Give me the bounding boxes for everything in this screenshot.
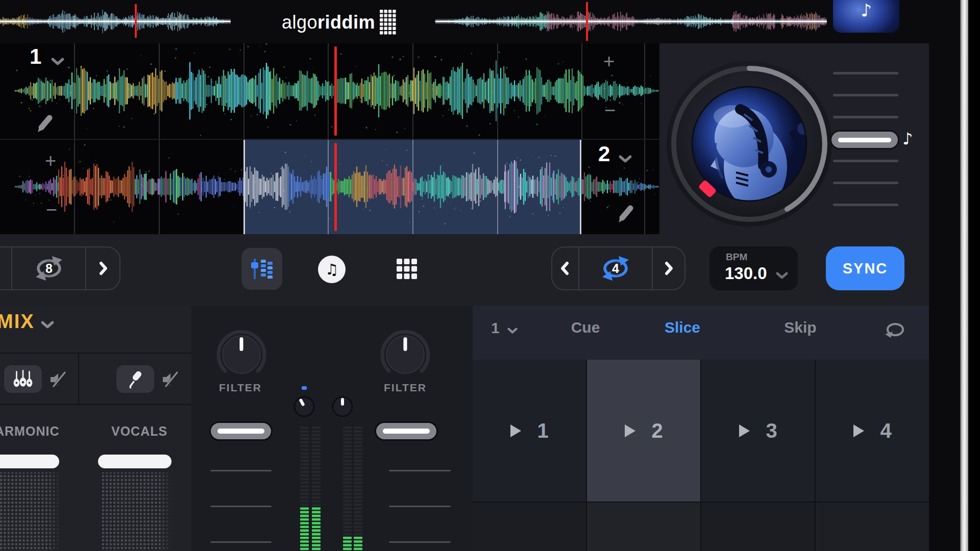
vocal-mute-icon[interactable] — [161, 371, 181, 388]
pads-panel: 1 Cue Slice Skip 1 2 3 — [473, 306, 929, 551]
tab-cue[interactable]: Cue — [552, 319, 619, 336]
deck1-loop-back-button[interactable] — [0, 247, 11, 289]
deck1-zoom-out-button[interactable]: − — [604, 101, 616, 120]
deck2-zoom-in-button[interactable]: + — [45, 151, 56, 170]
fader-tick — [389, 541, 451, 543]
deck1-loop-toggle-button[interactable]: 8 — [11, 247, 85, 289]
deck2-gain-knob[interactable] — [328, 392, 357, 421]
deck1-overview-waveform[interactable] — [0, 3, 245, 40]
chevron-right-icon — [663, 260, 675, 277]
play-icon — [739, 424, 750, 438]
instrumental-stem-fader[interactable] — [0, 455, 59, 468]
deck2-loop-toggle-button[interactable]: 4 — [578, 247, 652, 289]
screen-edge-dark — [929, 0, 960, 551]
deck2-chevron-down-icon[interactable] — [619, 155, 632, 163]
deck1-filter-label: FILTER — [200, 382, 281, 394]
deck2-loop-control: 4 — [551, 246, 685, 290]
slice-pad-2[interactable]: 2 — [587, 360, 700, 502]
pitch-fader-line — [838, 138, 891, 142]
pitch-fader-handle[interactable] — [830, 130, 899, 149]
jog-wheel[interactable] — [663, 57, 836, 231]
deck2-loop-back-button[interactable] — [552, 247, 578, 289]
grid-view-button[interactable] — [397, 259, 417, 279]
pad-bank-selector[interactable]: 1 — [491, 319, 500, 337]
bpm-control[interactable]: BPM 130.0 — [709, 246, 798, 290]
slice-pad-8[interactable] — [816, 503, 929, 551]
chevron-down-icon — [776, 272, 788, 279]
fader-tick — [389, 506, 451, 507]
vocal-stem-fader[interactable] — [98, 455, 172, 468]
bpm-label: BPM — [726, 252, 747, 263]
deck2-edit-grid-pencil-icon[interactable] — [616, 202, 636, 224]
slice-pad-5[interactable] — [473, 503, 586, 551]
pad-number: 3 — [766, 419, 777, 442]
neural-mix-chevron-down-icon[interactable] — [41, 321, 54, 329]
divider — [78, 354, 79, 404]
divider — [0, 404, 191, 405]
logo-text-light: algo — [282, 12, 317, 33]
tab-slice[interactable]: Slice — [649, 319, 716, 336]
slice-pad-7[interactable] — [701, 503, 815, 551]
deck2-waveform — [0, 140, 659, 234]
deck1-volume-fader[interactable] — [209, 421, 273, 441]
sync-button[interactable]: SYNC — [826, 246, 904, 290]
fader-line — [383, 429, 430, 434]
play-icon — [624, 424, 636, 438]
bpm-value: 130.0 — [725, 264, 767, 283]
slice-pad-6[interactable] — [587, 503, 700, 551]
fader-tick — [210, 470, 272, 471]
mixer-panel: FILTER FILTER — [191, 306, 473, 551]
deck1-zoom-in-button[interactable]: + — [603, 52, 615, 71]
deck1-gain-knob[interactable] — [290, 386, 318, 422]
deck2-filter-knob[interactable] — [375, 324, 436, 385]
algoriddim-grid-icon — [380, 10, 396, 35]
instrumental-mute-icon[interactable] — [49, 371, 68, 388]
pitch-tick — [833, 94, 898, 96]
neural-mix-panel: MIX — [0, 306, 191, 551]
chevron-right-icon — [97, 260, 109, 277]
instrumental-stem-button[interactable] — [4, 365, 42, 393]
deck2-zoom-out-button[interactable]: − — [46, 200, 57, 219]
screen-edge-highlight — [960, 0, 968, 551]
deck2-loop-forward-button[interactable] — [652, 247, 684, 289]
music-library-button[interactable]: ♫ — [318, 256, 346, 283]
slice-pad-3[interactable]: 3 — [701, 360, 815, 502]
tab-skip[interactable]: Skip — [767, 319, 834, 336]
djay-app-window: algoriddim ♪ 1 + − 2 + − — [0, 0, 980, 551]
music-note-icon: ♫ — [325, 261, 338, 278]
deck1-filter-knob[interactable] — [211, 324, 272, 385]
fader-line — [217, 429, 264, 434]
pad-grid: 1 2 3 4 — [473, 360, 929, 551]
deck1-waveform-view[interactable]: 1 + − — [0, 43, 659, 139]
stem-fader-track-texture — [0, 471, 191, 551]
deck2-overview-waveform[interactable] — [433, 1, 831, 42]
deck2-volume-fader[interactable] — [375, 421, 438, 441]
instrumental-stem-label: ARMONIC — [0, 424, 59, 439]
deck2-album-art-thumbnail[interactable]: ♪ — [833, 0, 899, 33]
vocal-stem-button[interactable] — [116, 365, 154, 393]
vu-meters — [296, 425, 370, 551]
deck1-loop-control: 8 — [0, 246, 120, 290]
deck1-loop-length: 8 — [12, 247, 85, 289]
slice-pad-4[interactable]: 4 — [816, 360, 929, 502]
deck1-loop-forward-button[interactable] — [85, 247, 119, 289]
screen-edge-black — [968, 0, 980, 551]
pitch-tick — [833, 204, 898, 206]
top-overview-bar: algoriddim ♪ — [0, 0, 980, 43]
pitch-tick — [833, 160, 898, 162]
pads-loop-icon[interactable] — [884, 321, 906, 338]
slice-pad-1[interactable]: 1 — [473, 360, 586, 502]
deck1-chevron-down-icon[interactable] — [51, 58, 64, 65]
fader-tick — [389, 470, 451, 471]
sync-label: SYNC — [843, 260, 888, 277]
deck2-number-label: 2 — [598, 142, 610, 166]
deck1-edit-grid-pencil-icon[interactable] — [35, 112, 55, 134]
deck1-playhead — [334, 46, 337, 136]
chevron-left-icon — [559, 260, 571, 277]
deck1-overview-playhead — [135, 4, 137, 38]
deck2-waveform-view[interactable]: 2 + − — [0, 139, 659, 234]
pad-number: 1 — [537, 419, 548, 442]
lower-section: MIX — [0, 306, 980, 551]
fader-fx-view-button[interactable] — [241, 248, 282, 290]
key-lock-note-icon[interactable]: ♪ — [902, 129, 913, 148]
